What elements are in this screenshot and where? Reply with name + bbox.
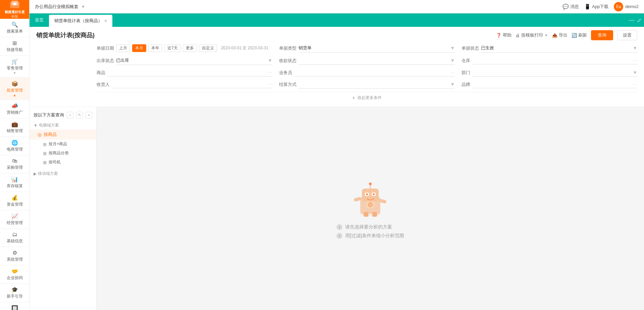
storage-label: 仓库 [462,58,470,64]
svg-rect-14 [364,212,368,217]
tab-maximize-icon[interactable]: ⤢ [637,17,641,23]
export-btn[interactable]: 📤 导出 [552,32,568,38]
by-cashier-icon: ▦ [43,160,47,165]
settlement-dropdown-icon: ▼ [450,82,455,87]
query-button[interactable]: 查询 [591,30,613,40]
user-profile-btn[interactable]: Ea demo2 [614,2,639,11]
settings-button[interactable]: 设置 [617,30,637,40]
status-label: 单据状态 [462,45,479,51]
sidebar-item-quick-nav[interactable]: ⊞ 快捷导航 [0,37,30,56]
page-top-section: 销货单统计表(按商品) ❓ 帮助 🖨 按模板打印 ▼ 📤 [30,27,644,107]
goods-filter: 商品 ··· [97,68,272,77]
status-input[interactable]: 已生效 ▼ [481,44,637,53]
payment-label: 收款状态 [279,58,297,64]
settlement-label: 结算方式 [279,82,297,88]
tab-minimize-icon[interactable]: — [629,17,634,23]
date-btn-current-month[interactable]: 本月 [132,44,146,52]
storage-filter: 仓库 ··· [462,56,637,65]
dropdown-icon[interactable]: ▼ [81,4,85,9]
date-btn-year[interactable]: 本年 [148,44,162,52]
add-scheme-icon[interactable]: ＋ [67,112,73,118]
dept-input[interactable]: ▼ [472,68,637,77]
print-dropdown-icon[interactable]: ▼ [544,33,548,37]
tab-close-icon[interactable]: × [104,18,107,23]
export-label: 导出 [559,32,568,38]
app-name: 畅捷通好生意 [5,10,25,14]
collapse-btn[interactable]: ∧ 收起更多条件 [97,92,637,103]
sidebar-item-app-center[interactable]: 🔲 应用中心 [0,302,30,310]
section-pc-expand-icon[interactable]: ▼ [34,123,38,128]
date-btn-more[interactable]: 更多 [183,44,197,52]
svg-point-8 [366,193,368,195]
sidebar-item-retail[interactable]: 🛒 零售管理 ▼ [0,56,30,78]
refresh-icon: 🔄 [572,33,577,38]
tip-text-1: 请先选择要分析的方案 [345,224,392,230]
by-category-icon: ▦ [43,151,47,156]
sidebar-item-search[interactable]: 🔍 搜索菜单 [0,19,30,37]
app-subtitle: 标版 [11,14,18,19]
nav-sub-by-cashier[interactable]: ▦ 按司机 [30,158,96,167]
brand-input[interactable]: ··· [472,81,637,88]
nav-item-by-goods-label: 按商品 [44,132,57,138]
sidebar-item-basic-label: 基础信息 [1,238,28,244]
left-nav-panel: 按以下方案查询 ＋ ✎ « ▼ 电脑端方案 ◎ 按商品 [30,107,97,310]
empty-state: ? 1 请先选择要分析的方案 2 用[过滤]条件来缩小分析范围 [336,178,404,239]
page-body: 按以下方案查询 ＋ ✎ « ▼ 电脑端方案 ◎ 按商品 [30,107,644,310]
payment-filter: 收款状态 ▼ [279,56,455,65]
tab-bar-right: — ⤢ [629,13,644,27]
app-download-btn[interactable]: 📱 App下载 [584,4,608,10]
type-input[interactable]: 销货单 ▼ [299,44,455,53]
dept-filter: 部门 ▼ [462,68,637,77]
nav-item-by-goods[interactable]: ◎ 按商品 [30,130,96,140]
help-btn[interactable]: ❓ 帮助 [496,32,512,38]
tab-home[interactable]: 首页 [30,13,49,27]
nav-sub-by-category-label: 按商品分类 [49,150,69,156]
print-icon: 🖨 [516,33,520,38]
app-download-label: App下载 [592,4,608,10]
date-btn-7days[interactable]: 近7天 [164,44,181,52]
goods-input[interactable]: ··· [107,69,272,76]
page-wrapper: 销货单统计表(按商品) ❓ 帮助 🖨 按模板打印 ▼ 📤 [30,27,644,310]
sidebar-item-retail-label: 零售管理 [1,65,28,71]
tip-num-2: 2 [336,233,342,239]
sidebar-item-sales-label: 销售管理 [1,128,28,134]
tab-sales-stat[interactable]: 销货单统计表（按商品） × [49,15,112,27]
page-title: 销货单统计表(按商品) [36,31,95,39]
sidebar-item-purchase[interactable]: 🛍 采购管理 [0,155,30,173]
empty-tip-2: 2 用[过滤]条件来缩小分析范围 [336,233,404,239]
storage-input[interactable]: ··· [472,57,637,64]
date-btn-last-month[interactable]: 上月 [116,44,130,52]
sidebar-item-enterprise-collab[interactable]: 🤝 企业协同 [0,265,30,284]
section-pc-label: 电脑端方案 [39,122,59,128]
app-logo: 畅捷通好生意 标版 [0,0,30,19]
nav-sub-by-month-goods[interactable]: ▦ 按月+商品 [30,140,96,149]
sidebar-item-wholesale[interactable]: 📦 批发管理 ▲ [0,78,30,100]
template-print-label: 按模板打印 [521,32,543,38]
message-btn[interactable]: 💬 消息 [562,4,579,10]
payment-input[interactable]: ▼ [299,56,455,65]
staff-input[interactable]: ··· [294,69,455,76]
section-mobile-expand-icon[interactable]: ▶ [34,171,37,176]
date-btn-custom[interactable]: 自定义 [199,44,217,52]
collapse-nav-icon[interactable]: « [86,112,92,118]
tip-num-1: 1 [336,224,342,230]
sidebar-item-inventory[interactable]: 📊 库存核算 [0,173,30,192]
sidebar-item-wholesale-label: 批发管理 [1,88,28,93]
template-print-btn[interactable]: 🖨 按模板打印 ▼ [516,32,548,38]
refresh-btn[interactable]: 🔄 刷新 [572,32,587,38]
sidebar-item-basic[interactable]: 🗂 基础信息 [0,229,30,247]
industry-selector[interactable]: 办公用品行业模拟账套 [35,4,78,10]
warehouse-input[interactable]: 已出库 ▼ [116,56,272,65]
sidebar-item-system[interactable]: ⚙ 系统管理 [0,247,30,265]
sidebar-item-finance[interactable]: 💰 资金管理 [0,192,30,210]
edit-scheme-icon[interactable]: ✎ [76,112,83,118]
receiver-input[interactable]: ··· [112,81,272,88]
sidebar-item-operations[interactable]: 📈 经营管理 [0,210,30,229]
sidebar-item-marketing[interactable]: 📣 营销推广 [0,100,30,118]
sidebar-item-new-guide[interactable]: 🎓 新手引导 [0,284,30,302]
sidebar-item-sales[interactable]: 💼 销售管理 [0,118,30,137]
filter-row-2: 出库状态 已出库 ▼ 收款状态 ▼ [97,56,637,65]
nav-sub-by-category[interactable]: ▦ 按商品分类 [30,149,96,158]
sidebar-item-ecommerce[interactable]: 🌐 电商管理 [0,137,30,155]
settlement-input[interactable]: ▼ [299,80,455,89]
